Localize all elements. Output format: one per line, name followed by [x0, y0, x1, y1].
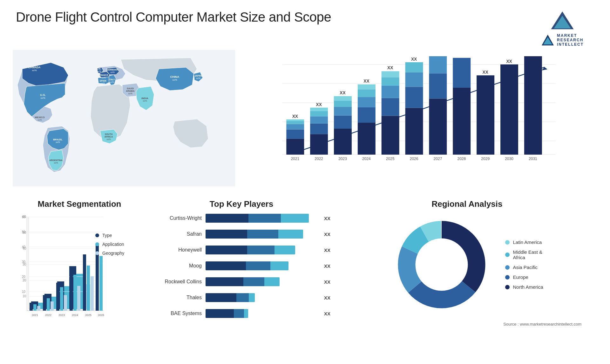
player-name: Safran: [152, 231, 202, 237]
svg-text:xx%: xx%: [37, 119, 42, 121]
player-bar-wrap: [206, 293, 318, 302]
svg-rect-156: [73, 275, 77, 311]
bar-chart-svg: XX XX XX XX: [254, 56, 578, 174]
svg-text:20: 20: [22, 275, 26, 279]
player-name: Rockwell Collins: [152, 279, 202, 285]
svg-rect-75: [405, 108, 423, 155]
svg-text:BRAZIL: BRAZIL: [53, 138, 62, 141]
segmentation-legend: Type Application Geography: [95, 233, 124, 256]
svg-rect-143: [30, 303, 33, 311]
svg-text:xx%: xx%: [110, 81, 114, 83]
svg-rect-157: [77, 286, 80, 311]
svg-rect-57: [334, 129, 352, 155]
logo-text-line2: RESEARCH: [557, 38, 584, 42]
svg-rect-47: [286, 124, 304, 129]
svg-rect-69: [382, 116, 399, 155]
player-name: Thales: [152, 295, 202, 300]
svg-rect-161: [91, 276, 94, 311]
svg-rect-67: [358, 84, 376, 90]
svg-rect-66: [358, 90, 376, 97]
svg-text:xx%: xx%: [101, 82, 105, 84]
player-bar-wrap: [206, 214, 318, 223]
svg-text:XX: XX: [316, 102, 322, 107]
legend-middle-east: Middle East &Africa: [505, 249, 543, 260]
donut-legend: Latin America Middle East &Africa Asia P…: [505, 239, 543, 290]
svg-text:2027: 2027: [434, 157, 442, 161]
player-xx: XX: [324, 295, 330, 300]
svg-text:XX: XX: [363, 79, 369, 84]
player-row: Safran XX: [152, 230, 330, 239]
svg-text:ARABIA: ARABIA: [126, 90, 134, 92]
svg-text:xx%: xx%: [32, 69, 37, 72]
svg-text:2022: 2022: [315, 157, 323, 161]
player-name: Curtiss-Wright: [152, 215, 202, 221]
svg-rect-89: [500, 64, 518, 155]
svg-text:xx%: xx%: [40, 97, 45, 99]
player-bar-wrap: [206, 246, 318, 254]
legend-application: Application: [95, 242, 124, 247]
legend-europe: Europe: [505, 274, 543, 280]
legend-latin-america: Latin America: [505, 239, 543, 245]
svg-text:2023: 2023: [58, 313, 65, 317]
svg-text:U.S.: U.S.: [40, 93, 46, 97]
svg-rect-84: [453, 88, 471, 155]
svg-rect-71: [382, 86, 399, 98]
svg-rect-59: [334, 107, 352, 116]
donut-chart-svg: [391, 214, 492, 315]
svg-rect-51: [310, 134, 328, 155]
svg-text:ARGENTINA: ARGENTINA: [49, 159, 63, 161]
svg-text:2024: 2024: [72, 313, 78, 317]
player-bar-wrap: [206, 277, 318, 286]
player-name: Honeywell: [152, 247, 202, 253]
logo-m-icon: [541, 34, 554, 46]
legend-geography: Geography: [95, 251, 124, 256]
svg-rect-160: [87, 266, 90, 311]
source-text: Source : www.marketresearchintellect.com: [337, 322, 597, 330]
svg-text:ITALY: ITALY: [109, 78, 115, 81]
svg-text:XX: XX: [387, 65, 393, 70]
svg-rect-65: [358, 97, 376, 107]
player-row: BAE Systems XX: [152, 309, 330, 318]
svg-text:xx%: xx%: [128, 92, 132, 95]
svg-text:50: 50: [22, 230, 26, 234]
player-xx: XX: [324, 247, 330, 253]
svg-point-171: [419, 242, 464, 287]
svg-text:XX: XX: [411, 57, 417, 62]
svg-text:JAPAN: JAPAN: [194, 75, 202, 77]
bottom-section: Market Segmentation 60 50 40 30 20 10: [0, 193, 610, 364]
svg-rect-73: [382, 71, 399, 77]
player-xx: XX: [324, 216, 330, 221]
svg-rect-61: [334, 96, 352, 101]
svg-text:xx%: xx%: [172, 78, 177, 81]
players-container: Top Key Players Curtiss-Wright XX Safran: [152, 199, 330, 364]
svg-rect-70: [382, 98, 399, 116]
player-name: Moog: [152, 263, 202, 269]
players-title: Top Key Players: [152, 199, 330, 209]
logo-icon: [550, 10, 575, 32]
svg-rect-53: [310, 116, 328, 123]
legend-north-america-label: North America: [513, 284, 543, 290]
player-row: Moog XX: [152, 261, 330, 270]
svg-rect-64: [358, 107, 376, 123]
legend-application-label: Application: [102, 242, 124, 247]
svg-text:2021: 2021: [32, 313, 38, 317]
player-row: Thales XX: [152, 293, 330, 302]
svg-rect-49: [286, 119, 304, 121]
svg-rect-58: [334, 116, 352, 129]
svg-text:XX: XX: [483, 70, 489, 75]
top-section: CANADA xx% U.S. xx% MEXICO xx% BRAZIL xx…: [0, 50, 610, 193]
svg-text:2025: 2025: [85, 313, 92, 317]
player-row: Curtiss-Wright XX: [152, 214, 330, 223]
svg-rect-78: [405, 62, 423, 72]
svg-rect-164: [99, 256, 103, 311]
player-bar-wrap: [206, 309, 318, 318]
svg-text:2024: 2024: [362, 157, 371, 161]
svg-rect-54: [310, 111, 328, 116]
svg-text:CANADA: CANADA: [28, 66, 41, 69]
regional-title: Regional Analysis: [337, 199, 597, 209]
svg-text:XX: XX: [340, 91, 346, 95]
svg-text:XX: XX: [292, 114, 298, 119]
svg-text:GERMANY: GERMANY: [107, 69, 118, 71]
svg-rect-81: [429, 73, 447, 98]
svg-text:AFRICA: AFRICA: [105, 136, 113, 138]
